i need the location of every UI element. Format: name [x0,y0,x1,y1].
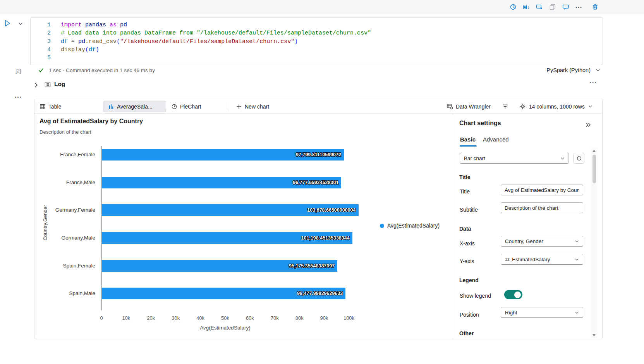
chart-bar[interactable]: 95,175.35548387097 [102,260,337,272]
results-panel: Table AverageSala... PieChart New chart [34,99,603,339]
tab-advanced[interactable]: Advanced [483,136,509,143]
category-label: France,Female [34,151,95,159]
bar-value-label: 97,799.81110599072 [296,152,341,157]
tab-pie-chart[interactable]: PieChart [171,99,201,114]
log-more-options[interactable]: ··· [589,79,597,86]
yaxis-field-label: Y-axis [460,258,474,264]
more-options-icon[interactable]: ··· [575,3,583,11]
x-axis-title: Avg(EstimatedSalary) [101,325,349,331]
yaxis-dropdown[interactable]: 12 EstimatedSalary [501,254,583,265]
cell-toolbar: M↓ ··· [0,0,644,14]
chart-bar[interactable]: 97,799.81110599072 [102,149,344,160]
x-tick-label: 80k [295,315,304,321]
scroll-down-arrow[interactable] [592,334,596,336]
bar-value-label: 101,198.45135338344 [301,235,350,241]
chart-bar[interactable]: 96,777.65924528301 [102,177,341,188]
chart-legend: Avg(EstimatedSalary) [380,223,440,229]
x-tick-label: 30k [172,315,180,321]
code-editor[interactable]: import pandas as pd# Load data into pand… [61,21,371,62]
data-wrangler-icon [447,103,453,110]
chevron-down-icon [574,257,579,262]
toggle-knob [514,292,521,298]
dataset-info-label: 14 columns, 1000 rows [529,104,585,110]
tab-divider [229,102,229,110]
chart-subtitle: Description of the chart [39,129,91,135]
new-chart-button[interactable]: New chart [235,99,269,114]
position-field-label: Position [460,312,479,318]
bar-value-label: 103,678.66500000004 [307,207,355,213]
change-chart-type-icon[interactable] [574,153,584,164]
chart-bar[interactable]: 98,477.99829629633 [102,288,345,299]
chart-area: Avg of EstimatedSalary by Country Descri… [34,114,453,340]
data-wrangler-button[interactable]: Data Wrangler [447,99,491,114]
chart-bar[interactable]: 103,678.66500000004 [102,204,359,216]
execution-status: 1 sec - Command executed in 1 sec 46 ms … [49,67,155,73]
bar-value-label: 96,777.65924528301 [293,180,338,185]
kernel-selector[interactable]: PySpark (Python) [546,67,601,73]
chart-type-dropdown[interactable]: Bar chart [460,153,569,164]
category-label: Germany,Female [34,206,95,214]
position-dropdown[interactable]: Right [501,307,583,318]
run-cell-button[interactable] [3,19,12,28]
tab-label: PieChart [180,104,201,110]
bar-chart-icon [108,103,114,110]
chevron-down-icon [595,67,601,73]
tab-label: New chart [245,104,269,110]
show-legend-toggle[interactable] [504,290,522,299]
tab-table[interactable]: Table [39,99,61,114]
x-tick-label: 10k [122,315,130,321]
x-tick-label: 20k [147,315,155,321]
kernel-label: PySpark (Python) [546,67,591,73]
category-label: Spain,Male [34,290,95,297]
category-label: Germany,Male [34,234,95,242]
visual-icon[interactable] [509,3,517,11]
scroll-thumb[interactable] [592,155,596,183]
tab-label: AverageSala... [117,104,153,110]
title-input[interactable] [501,185,583,195]
subtitle-field-label: Subtitle [460,207,478,213]
pie-chart-icon [171,103,177,110]
log-section-label: Log [54,81,65,88]
active-tab-underline [460,145,477,147]
x-tick-label: 100k [343,315,354,321]
log-list-icon [44,81,51,88]
results-tab-bar: Table AverageSala... PieChart New chart [34,99,602,114]
chevron-down-icon [574,310,579,315]
xaxis-value: Country, Gender [505,238,543,244]
collapse-panel-icon[interactable] [584,121,592,129]
expand-log-chevron[interactable] [33,82,39,88]
section-other: Other [459,330,474,336]
dataset-info-dropdown[interactable]: 14 columns, 1000 rows [519,99,593,114]
collapse-cell-chevron[interactable] [17,20,24,27]
bar-value-label: 98,477.99829629633 [297,291,343,296]
chevron-down-icon [574,239,579,244]
numeric-field-icon: 12 [505,257,510,262]
markdown-icon[interactable]: M↓ [522,3,530,11]
chart-settings-heading: Chart settings [459,120,501,127]
x-tick-label: 50k [221,315,229,321]
filter-icon[interactable] [502,103,508,110]
tab-average-salary-chart[interactable]: AverageSala... [103,101,166,112]
scroll-up-arrow[interactable] [592,150,596,152]
tab-label: Data Wrangler [456,104,491,110]
settings-scrollbar[interactable] [591,148,597,338]
cell-more-options[interactable]: ··· [15,94,22,101]
code-cell[interactable]: 12345 import pandas as pd# Load data int… [30,17,603,65]
bar-value-label: 95,175.35548387097 [289,263,335,269]
execution-count: [2] [15,68,21,74]
position-value: Right [505,310,517,316]
chevron-down-icon [560,156,565,161]
table-icon [39,103,46,110]
clear-outputs-icon[interactable] [536,3,543,11]
section-title: Title [459,174,471,180]
comment-icon[interactable] [562,3,570,11]
subtitle-input[interactable] [501,202,583,213]
xaxis-dropdown[interactable]: Country, Gender [501,236,583,247]
tab-basic[interactable]: Basic [460,136,476,143]
gear-icon [519,103,526,110]
plus-icon [235,103,242,110]
chart-bar[interactable]: 101,198.45135338344 [102,232,352,244]
delete-cell-icon[interactable] [591,3,599,11]
x-tick-label: 40k [196,315,204,321]
duplicate-cell-icon[interactable] [549,3,556,11]
